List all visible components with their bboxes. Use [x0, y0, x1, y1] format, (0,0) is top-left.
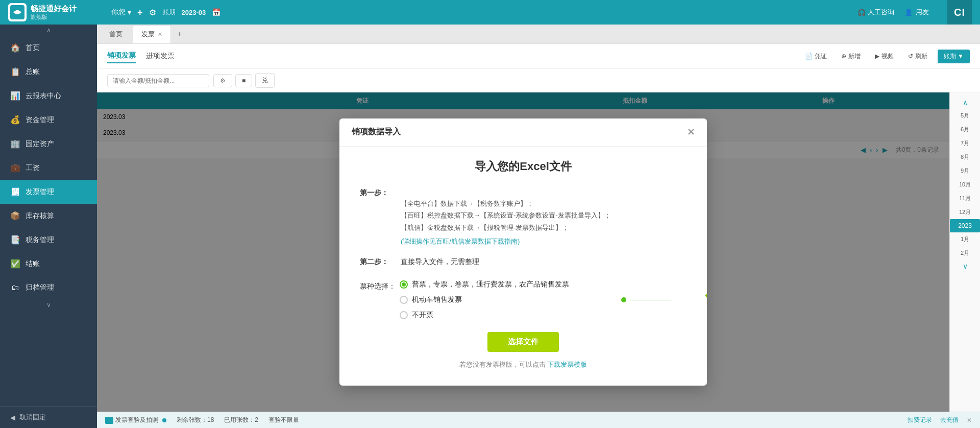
guide-link[interactable]: (详细操作见百旺/航信发票数据下载指南): [401, 237, 520, 245]
sidebar-label-home: 首页: [26, 43, 40, 53]
calendar-icon[interactable]: 📅: [212, 8, 220, 16]
sidebar-item-invoice[interactable]: 🧾 发票管理: [0, 180, 97, 204]
refresh-label: 刷新: [915, 52, 927, 61]
inner-nav: 销项发票 进项发票: [107, 44, 175, 68]
timeline-bar: ∧ 5月 6月 7月 8月 9月 10月 11月 12月 2023 1月 2月 …: [949, 92, 980, 412]
cert-label: 凭证: [815, 52, 827, 61]
sidebar-label-invoice: 发票管理: [26, 187, 54, 197]
timeline-year[interactable]: 2023: [950, 219, 980, 232]
settings-icon[interactable]: ⚙: [149, 8, 156, 17]
fund-icon: 💰: [10, 115, 20, 125]
page-inner: 销项发票 进项发票 📄 凭证 ⊕ 新增 ▶ 视频: [97, 44, 980, 428]
tab-home[interactable]: 首页: [101, 26, 131, 43]
company-selector[interactable]: 你您 ▾: [111, 8, 131, 17]
step2-label: 第二步：: [360, 257, 388, 267]
period-value: 2023-03: [182, 9, 206, 16]
radio-option-3[interactable]: 不开票: [400, 311, 569, 320]
modal-close-btn[interactable]: ✕: [687, 127, 695, 138]
square-btn[interactable]: ■: [235, 74, 252, 87]
recharge-link[interactable]: 去充值: [940, 416, 959, 424]
timeline-may[interactable]: 5月: [950, 109, 980, 123]
sidebar-item-tax[interactable]: 📑 税务管理: [0, 228, 97, 252]
assets-icon: 🏢: [10, 139, 20, 149]
video-label: 视频: [881, 52, 894, 61]
sidebar-item-home[interactable]: 🏠 首页: [0, 36, 97, 60]
timeline-aug[interactable]: 8月: [950, 150, 980, 164]
svg-point-1: [15, 10, 19, 14]
sidebar-item-closing[interactable]: ✅ 结账: [0, 252, 97, 276]
tooltip-line: [630, 300, 671, 300]
sidebar-item-ledger[interactable]: 📋 总账: [0, 60, 97, 84]
sidebar-cancel-fixed[interactable]: ◀ 取消固定: [0, 406, 97, 428]
toolbar-right-area: 📄 凭证 ⊕ 新增 ▶ 视频 ↺ 刷新 账期 ▼: [801, 50, 970, 63]
nav-purchase-invoice[interactable]: 进项发票: [146, 50, 175, 63]
timeline-scroll-down[interactable]: ∨: [961, 260, 970, 272]
radio-label-1: 普票，专票，卷票，通行费发票，农产品销售发票: [412, 280, 569, 289]
timeline-jul[interactable]: 7月: [950, 136, 980, 150]
settings-row-btn[interactable]: ⚙: [213, 74, 232, 87]
plus-icon: ⊕: [841, 53, 846, 60]
status-close-btn[interactable]: ✕: [967, 417, 972, 424]
add-button[interactable]: +: [137, 7, 143, 18]
download-template-link[interactable]: 下载发票模版: [547, 361, 587, 368]
search-input[interactable]: [107, 74, 209, 87]
sidebar-item-archive[interactable]: 🗂 归档管理: [0, 276, 97, 299]
company-dropdown-icon[interactable]: ▾: [128, 8, 131, 16]
tab-add-button[interactable]: +: [173, 30, 186, 39]
year-badge: 2023: [954, 221, 976, 231]
sidebar-label-inventory: 库存核算: [26, 211, 54, 221]
nav-sales-invoice[interactable]: 销项发票: [107, 49, 136, 63]
video-icon: ▶: [875, 53, 879, 60]
user-area[interactable]: 👤 用友: [904, 8, 929, 17]
timeline-nov[interactable]: 11月: [950, 192, 980, 205]
timeline-oct[interactable]: 10月: [950, 178, 980, 192]
remaining-label: 剩余张数：18: [177, 416, 214, 424]
modal-body: 导入您的Excel文件 第一步： 【全电平台】数据下载→【税务数字账户】； 【百…: [339, 147, 707, 386]
select-btn[interactable]: 兑: [255, 73, 275, 88]
timeline-dec[interactable]: 12月: [950, 205, 980, 219]
sidebar-item-fund[interactable]: 💰 资金管理: [0, 108, 97, 132]
search-bar: ⚙ ■ 兑: [97, 69, 980, 92]
sidebar-item-salary[interactable]: 💼 工资: [0, 156, 97, 180]
archive-icon: 🗂: [10, 283, 20, 292]
deduction-link[interactable]: 扣费记录: [908, 416, 932, 424]
tab-invoice[interactable]: 发票 ✕: [133, 25, 171, 43]
sidebar-label-fund: 资金管理: [26, 115, 54, 125]
table-action-btns: ⚙ ■ 兑: [213, 73, 275, 88]
sidebar-label-salary: 工资: [26, 163, 40, 173]
timeline-feb[interactable]: 2月: [950, 246, 980, 260]
tab-close-invoice[interactable]: ✕: [158, 31, 162, 38]
main-content: 首页 发票 ✕ + 销项发票 进项发票 📄 凭证: [97, 25, 980, 428]
timeline-sep[interactable]: 9月: [950, 164, 980, 178]
sidebar-item-assets[interactable]: 🏢 固定资产: [0, 132, 97, 156]
sidebar-label-closing: 结账: [26, 259, 40, 269]
sidebar-label-report: 云报表中心: [26, 91, 61, 101]
sidebar-label-ledger: 总账: [26, 67, 40, 77]
step1-line3: 【航信】金税盘数据下载→【报税管理-发票数据导出】；: [401, 222, 687, 233]
timeline-jan[interactable]: 1月: [950, 232, 980, 246]
tab-bar: 首页 发票 ✕ +: [97, 25, 980, 44]
video-button[interactable]: ▶ 视频: [871, 50, 898, 63]
cert-button[interactable]: 📄 凭证: [801, 50, 831, 63]
status-bar: 发票查验及拍照 剩余张数：18 已用张数：2 查验不限量 扣费记录 去充值 ✕: [97, 412, 980, 428]
inner-nav-toolbar: 销项发票 进项发票 📄 凭证 ⊕ 新增 ▶ 视频: [97, 44, 980, 69]
content-area: 凭证 抵扣金额 操作 2023.03: [97, 92, 949, 412]
ledger-icon: 📋: [10, 67, 20, 77]
sidebar-scroll-down[interactable]: ∨: [0, 299, 97, 311]
sidebar-item-report[interactable]: 📊 云报表中心: [0, 84, 97, 108]
select-file-btn[interactable]: 选择文件: [487, 332, 559, 352]
sidebar-item-inventory[interactable]: 📦 库存核算: [0, 204, 97, 228]
consult-button[interactable]: 🎧 人工咨询: [857, 8, 894, 17]
refresh-button[interactable]: ↺ 刷新: [904, 50, 932, 63]
radio-option-1[interactable]: 普票，专票，卷票，通行费发票，农产品销售发票: [400, 280, 569, 289]
add-button-toolbar[interactable]: ⊕ 新增: [837, 50, 865, 63]
modal-overlay: 销项数据导入 ✕ 导入您的Excel文件 第一步： 【全电平台】数据下载→【税务…: [97, 92, 949, 412]
cert-icon: 📄: [805, 53, 813, 60]
tooltip-dot: [621, 297, 626, 302]
step1-label: 第一步：: [360, 188, 388, 197]
sidebar-scroll-up[interactable]: ∧: [0, 25, 97, 36]
period-btn[interactable]: 账期 ▼: [938, 50, 970, 63]
timeline-scroll-up[interactable]: ∧: [961, 97, 970, 109]
timeline-jun[interactable]: 6月: [950, 123, 980, 136]
radio-option-2[interactable]: 机动车销售发票: [400, 295, 569, 304]
